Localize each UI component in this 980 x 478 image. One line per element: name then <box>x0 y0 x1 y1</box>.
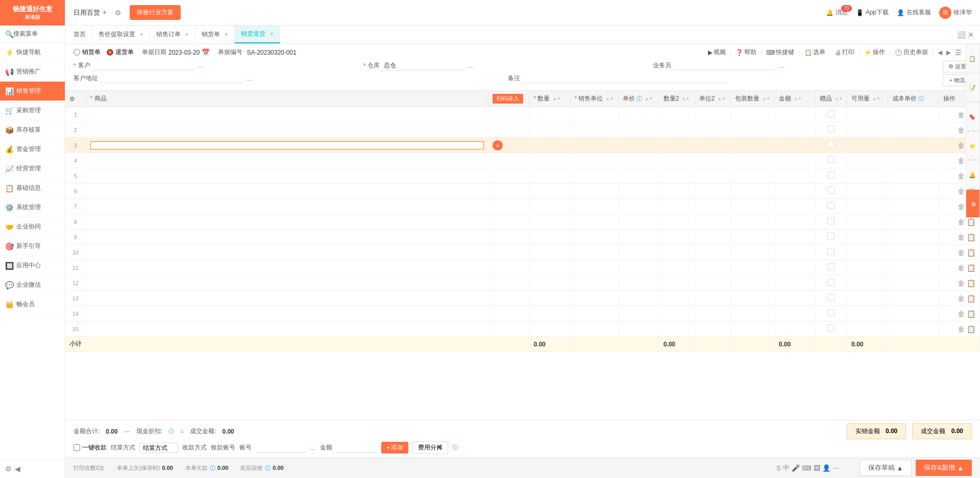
sidebar-item-finance[interactable]: 💰 资金管理 <box>0 140 65 159</box>
goods-input-5[interactable] <box>90 172 484 180</box>
row-unit2-cell[interactable] <box>695 122 730 138</box>
row-cost-unit-cell[interactable] <box>888 260 939 275</box>
gift-checkbox-15[interactable] <box>827 324 835 332</box>
delete-row-btn-3[interactable]: 🗑 <box>958 141 965 149</box>
row-amount-cell[interactable] <box>774 214 815 230</box>
row-unit2-cell[interactable] <box>695 214 730 230</box>
sidebar-item-operations[interactable]: 📈 经营管理 <box>0 159 65 179</box>
amount-input-4[interactable] <box>779 157 811 164</box>
pack-qty-input-15[interactable] <box>735 325 770 333</box>
copy-row-btn-9[interactable]: 📋 <box>967 233 975 241</box>
sidebar-item-purchase[interactable]: 🛒 采购管理 <box>0 101 65 120</box>
row-gift-cell[interactable] <box>815 321 847 337</box>
settle-method-select[interactable]: 结算方式 <box>139 443 178 453</box>
row-gift-cell[interactable] <box>815 214 847 230</box>
calendar-icon[interactable]: 📅 <box>202 48 210 56</box>
pack-qty-input-10[interactable] <box>735 249 770 256</box>
available-input-3[interactable] <box>851 142 884 149</box>
gift-checkbox-7[interactable] <box>827 202 835 209</box>
row-pack-qty-cell[interactable] <box>730 230 774 245</box>
row-qty2-cell[interactable] <box>659 306 695 321</box>
delete-row-btn-11[interactable]: 🗑 <box>958 264 965 272</box>
sales-unit-input-12[interactable] <box>574 280 614 287</box>
unit-price-input-3[interactable] <box>623 142 655 149</box>
shortcut-btn[interactable]: ⌨ 快捷键 <box>766 48 794 57</box>
cost-unit-input-1[interactable] <box>892 111 935 118</box>
gift-checkbox-9[interactable] <box>827 233 835 240</box>
row-amount-cell[interactable] <box>774 122 815 138</box>
row-cost-unit-cell[interactable] <box>888 122 939 138</box>
gift-checkbox-12[interactable] <box>827 279 835 286</box>
row-unit2-cell[interactable] <box>695 153 730 168</box>
sidebar-item-apps[interactable]: 🔲 应用中心 <box>0 256 65 275</box>
qty2-input-13[interactable] <box>664 295 691 302</box>
nav-prev-icon[interactable]: ◀ <box>938 49 942 56</box>
row-cost-unit-cell[interactable] <box>888 107 939 122</box>
unit2-input-1[interactable] <box>699 111 726 118</box>
save-new-button[interactable]: 保存&新增 ▲ <box>916 460 972 476</box>
row-qty2-cell[interactable] <box>659 321 695 337</box>
col-available-header[interactable]: 可用量 ▲▼ <box>847 91 888 107</box>
qty2-input-10[interactable] <box>664 249 691 256</box>
available-input-5[interactable] <box>851 172 884 180</box>
pack-qty-input-8[interactable] <box>735 218 770 225</box>
row-unit-price-cell[interactable] <box>618 245 659 260</box>
unit2-input-4[interactable] <box>699 157 726 164</box>
experience-button[interactable]: 体验行业方案 <box>130 5 181 20</box>
row-unit2-cell[interactable] <box>695 168 730 184</box>
collapse-icon[interactable]: ◀ <box>15 465 20 473</box>
salesman-select-btn[interactable]: ... <box>779 62 785 69</box>
row-unit-price-cell[interactable] <box>618 168 659 184</box>
address-input[interactable] <box>100 73 243 83</box>
qty2-input-15[interactable] <box>664 325 691 333</box>
unit2-input-14[interactable] <box>699 310 726 317</box>
row-pack-qty-cell[interactable] <box>730 275 774 291</box>
goods-input-1[interactable] <box>90 111 484 118</box>
qty-input-8[interactable] <box>533 218 566 225</box>
cost-unit-input-5[interactable] <box>892 172 935 180</box>
row-unit2-cell[interactable] <box>695 230 730 245</box>
row-qty2-cell[interactable] <box>659 245 695 260</box>
row-goods-cell[interactable] <box>86 260 488 275</box>
row-unit-price-cell[interactable] <box>618 184 659 199</box>
remarks-input[interactable] <box>522 73 726 83</box>
row-available-cell[interactable] <box>847 321 888 337</box>
amount-input-15[interactable] <box>779 325 811 333</box>
image-icon[interactable]: 🖼 <box>814 464 820 472</box>
unit2-input-3[interactable] <box>699 142 726 149</box>
sidebar-item-inventory[interactable]: 📦 库存核算 <box>0 120 65 140</box>
tab-close-sales-order[interactable]: ✕ <box>185 32 189 37</box>
unit2-input-12[interactable] <box>699 280 726 287</box>
row-goods-cell[interactable] <box>86 321 488 337</box>
row-pack-qty-cell[interactable] <box>730 260 774 275</box>
row-unit-price-cell[interactable] <box>618 306 659 321</box>
row-amount-cell[interactable] <box>774 275 815 291</box>
person-icon[interactable]: 👤 <box>822 464 830 472</box>
nav-next-icon[interactable]: ▶ <box>946 49 951 56</box>
row-available-cell[interactable] <box>847 230 888 245</box>
cost-unit-input-15[interactable] <box>892 325 935 333</box>
row-unit-price-cell[interactable] <box>618 275 659 291</box>
delete-row-btn-9[interactable]: 🗑 <box>958 233 965 241</box>
delete-row-btn-13[interactable]: 🗑 <box>958 294 965 303</box>
amount-input-11[interactable] <box>779 264 811 271</box>
row-cost-unit-cell[interactable] <box>888 245 939 260</box>
pack-qty-input-12[interactable] <box>735 280 770 287</box>
keyboard-bottom-icon[interactable]: ⌨ <box>802 464 812 472</box>
sales-unit-input-8[interactable] <box>574 218 614 225</box>
row-gift-cell[interactable] <box>815 306 847 321</box>
qty2-input-8[interactable] <box>664 218 691 225</box>
sales-unit-input-1[interactable] <box>574 111 614 118</box>
row-amount-cell[interactable] <box>774 291 815 306</box>
row-unit-price-cell[interactable] <box>618 260 659 275</box>
amount-input-7[interactable] <box>779 203 811 210</box>
row-goods-cell[interactable] <box>86 168 488 184</box>
tab-close-sales-delivery[interactable]: ✕ <box>224 32 228 37</box>
unit-price-input-11[interactable] <box>623 264 655 271</box>
row-unit-price-cell[interactable] <box>618 291 659 306</box>
sales-unit-input-10[interactable] <box>574 249 614 256</box>
row-unit2-cell[interactable] <box>695 199 730 214</box>
zhong-icon[interactable]: 中 <box>783 463 790 472</box>
row-qty-cell[interactable] <box>529 306 570 321</box>
far-right-icon-6[interactable]: 🖥 <box>966 189 980 218</box>
